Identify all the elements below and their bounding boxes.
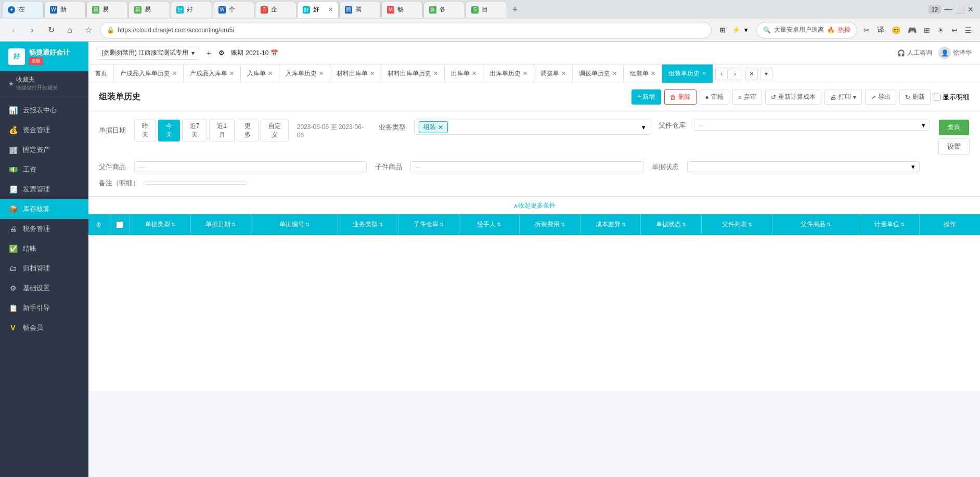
select-all-checkbox[interactable] bbox=[116, 221, 123, 228]
tab-11[interactable]: 各 各 bbox=[423, 1, 465, 18]
menu-icon[interactable]: ☰ bbox=[963, 24, 974, 36]
set-button[interactable]: 设置 bbox=[938, 138, 970, 155]
tab-7[interactable]: C 企 bbox=[255, 1, 296, 18]
th-settings[interactable]: ⚙ bbox=[88, 214, 109, 235]
page-tab-assemble-hist-close[interactable]: ✕ bbox=[702, 70, 706, 77]
tab-9[interactable]: 腾 腾 bbox=[339, 1, 381, 18]
page-tab-prod-in-close[interactable]: ✕ bbox=[229, 70, 234, 77]
tab-close-all-button[interactable]: ✕ bbox=[745, 68, 758, 80]
bookmark-button[interactable]: ☆ bbox=[81, 23, 96, 37]
page-tab-assemble-hist[interactable]: 组装单历史 ✕ bbox=[662, 65, 713, 83]
sidebar-item-guide[interactable]: 📋 新手引导 bbox=[0, 298, 88, 318]
bill-status-select[interactable]: ▾ bbox=[687, 161, 920, 172]
grid-icon[interactable]: ⊞ bbox=[922, 24, 932, 36]
sidebar-item-assets[interactable]: 🏢 固定资产 bbox=[0, 140, 88, 160]
page-tab-in-bill-hist[interactable]: 入库单历史 ✕ bbox=[279, 65, 330, 83]
browser-search[interactable]: 🔍 大量安卓用户逃离 🔥 热搜 bbox=[756, 22, 857, 38]
forward-button[interactable]: › bbox=[25, 23, 40, 37]
delete-button[interactable]: 🗑 删除 bbox=[664, 89, 697, 105]
child-goods-input[interactable]: ··· bbox=[410, 161, 643, 172]
page-tab-adjust-hist-close[interactable]: ✕ bbox=[612, 70, 617, 77]
print-button[interactable]: 🖨 打印 ▾ bbox=[824, 89, 862, 105]
biz-type-input-area[interactable]: 组装 ✕ ▾ bbox=[414, 120, 650, 135]
page-tab-in-bill[interactable]: 入库单 ✕ bbox=[241, 65, 279, 83]
url-bar[interactable]: 🔒 https://cloud.chanjet.com/accounting/u… bbox=[100, 22, 712, 38]
add-company-button[interactable]: ＋ bbox=[205, 48, 212, 58]
page-tab-prod-in-hist[interactable]: 产成品入库单历史 ✕ bbox=[114, 65, 184, 83]
tab-next-button[interactable]: › bbox=[729, 68, 741, 80]
th-parent-goods[interactable]: 父件商品 ⇅ bbox=[772, 214, 859, 235]
close-button[interactable]: ✕ bbox=[968, 5, 974, 14]
tab-10[interactable]: M 畅 bbox=[381, 1, 423, 18]
abandon-button[interactable]: ○ 弃审 bbox=[732, 89, 762, 105]
date-btn-custom[interactable]: 自定义 bbox=[261, 120, 289, 141]
tab-3[interactable]: 易 易 bbox=[86, 1, 128, 18]
audit-button[interactable]: ● 审核 bbox=[700, 89, 729, 105]
th-warehouse[interactable]: 子件仓库 ⇅ bbox=[398, 214, 459, 235]
tab-4[interactable]: 易 易 bbox=[128, 1, 170, 18]
dropdown-icon[interactable]: ▾ bbox=[744, 26, 748, 34]
page-tab-in-bill-hist-close[interactable]: ✕ bbox=[319, 70, 324, 77]
page-tab-mat-out-close[interactable]: ✕ bbox=[370, 70, 375, 77]
th-cost-diff[interactable]: 成本差异 ⇅ bbox=[581, 214, 641, 235]
th-handler[interactable]: 经手人 ⇅ bbox=[459, 214, 520, 235]
th-biz-type[interactable]: 业务类型 ⇅ bbox=[338, 214, 399, 235]
home-button[interactable]: ⌂ bbox=[62, 23, 77, 37]
reload-button[interactable]: ↻ bbox=[44, 23, 58, 37]
browser-apps-icon[interactable]: ⊞ bbox=[720, 26, 726, 34]
th-date[interactable]: 单据日期 ⇅ bbox=[191, 214, 252, 235]
biz-type-tag-close[interactable]: ✕ bbox=[438, 124, 443, 131]
add-button[interactable]: + 新增 bbox=[631, 89, 661, 105]
parent-goods-input[interactable]: ··· bbox=[134, 161, 367, 172]
date-btn-today[interactable]: 今天 bbox=[158, 120, 180, 141]
scissors-icon[interactable]: ✂ bbox=[861, 24, 872, 36]
sidebar-item-report[interactable]: 📊 云报表中心 bbox=[0, 100, 88, 120]
new-tab-button[interactable]: + bbox=[508, 2, 522, 17]
export-button[interactable]: ↗ 导出 bbox=[865, 89, 896, 105]
page-tab-out-bill-close[interactable]: ✕ bbox=[472, 70, 476, 77]
page-tab-assemble[interactable]: 组装单 ✕ bbox=[624, 65, 662, 83]
tab-6[interactable]: W 个 bbox=[213, 1, 254, 18]
sidebar-item-salary[interactable]: 💵 工资 bbox=[0, 160, 88, 179]
date-btn-1month[interactable]: 近1月 bbox=[209, 120, 235, 141]
page-tab-mat-out-hist[interactable]: 材料出库单历史 ✕ bbox=[381, 65, 445, 83]
th-checkbox[interactable] bbox=[109, 214, 130, 235]
note-input[interactable] bbox=[144, 182, 248, 185]
lightning-icon[interactable]: ⚡ bbox=[732, 26, 740, 34]
emoji-icon[interactable]: 😊 bbox=[889, 24, 902, 36]
th-bill-no[interactable]: 单据编号 ⇅ bbox=[251, 214, 338, 235]
th-bill-status[interactable]: 单据状态 ⇅ bbox=[641, 214, 702, 235]
sidebar-item-settle[interactable]: ✅ 结账 bbox=[0, 239, 88, 259]
page-tab-assemble-close[interactable]: ✕ bbox=[651, 70, 655, 77]
page-tab-mat-out-hist-close[interactable]: ✕ bbox=[433, 70, 438, 77]
date-btn-7days[interactable]: 近7天 bbox=[182, 120, 208, 141]
tab-1[interactable]: ✦ 在 bbox=[2, 1, 44, 18]
tab-5[interactable]: 好 好 bbox=[171, 1, 212, 18]
sidebar-favorites[interactable]: ★ 收藏夹 快捷键打开收藏夹 bbox=[0, 71, 88, 96]
parent-warehouse-input[interactable]: ··· ▾ bbox=[694, 120, 930, 131]
parent-warehouse-dropdown-icon[interactable]: ▾ bbox=[922, 121, 925, 129]
page-tab-out-bill[interactable]: 出库单 ✕ bbox=[445, 65, 483, 83]
undo-icon[interactable]: ↩ bbox=[949, 24, 960, 36]
tab-2[interactable]: W 新 bbox=[44, 1, 86, 18]
page-tab-mat-out[interactable]: 材料出库单 ✕ bbox=[330, 65, 381, 83]
date-btn-more[interactable]: 更多 bbox=[237, 120, 259, 141]
show-detail-checkbox[interactable] bbox=[934, 94, 940, 100]
page-tab-adjust-hist[interactable]: 调拨单历史 ✕ bbox=[573, 65, 624, 83]
tab-12[interactable]: S 目 bbox=[466, 1, 507, 18]
sidebar-item-invoice[interactable]: 🧾 发票管理 bbox=[0, 179, 88, 199]
th-parent-list[interactable]: 父件列表 ⇅ bbox=[702, 214, 773, 235]
recalc-button[interactable]: ↺ 重新计算成本 bbox=[765, 89, 821, 105]
page-tab-prod-in[interactable]: 产成品入库单 ✕ bbox=[184, 65, 241, 83]
sidebar-item-vip[interactable]: V 畅会员 bbox=[0, 318, 88, 338]
tab-more-button[interactable]: ▾ bbox=[760, 68, 772, 80]
page-tab-home[interactable]: 首页 bbox=[88, 65, 114, 83]
settings-button[interactable]: ⚙ bbox=[218, 49, 225, 57]
page-tab-in-bill-close[interactable]: ✕ bbox=[268, 70, 273, 77]
page-tab-out-bill-hist[interactable]: 出库单历史 ✕ bbox=[483, 65, 534, 83]
page-tab-out-bill-hist-close[interactable]: ✕ bbox=[523, 70, 527, 77]
game-icon[interactable]: 🎮 bbox=[906, 24, 919, 36]
tab-8[interactable]: 好 好 ✕ bbox=[297, 1, 339, 18]
sidebar-item-inventory[interactable]: 📦 库存核算 bbox=[0, 199, 88, 219]
page-tab-adjust[interactable]: 调拨单 ✕ bbox=[534, 65, 573, 83]
